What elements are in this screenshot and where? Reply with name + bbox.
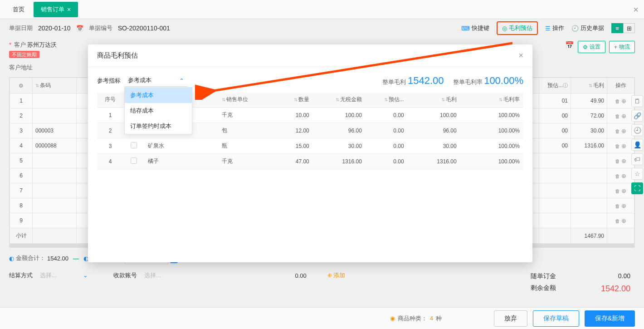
gear-icon [19,83,24,89]
view-list-button[interactable]: ≡ [611,23,623,33]
filter-row: 参考指标 参考成本 ⌄ 参考成本结存成本订单签约时成本 整单毛利 1542.00… [97,74,523,87]
side-note-icon[interactable]: 🗒 [631,95,643,107]
address-label: 客户地址 [9,64,33,72]
date-label: 单据日期 [9,24,33,32]
calendar-icon[interactable]: 📅 [76,25,83,32]
add-link[interactable]: ⊕ 添加 [327,271,346,280]
side-expand-icon[interactable]: ⛶ [631,182,643,194]
side-link-icon[interactable]: 🔗 [631,110,643,122]
delete-icon[interactable] [615,158,620,164]
save-new-button[interactable]: 保存&新增 [585,310,635,327]
view-grid-button[interactable]: ⊞ [623,23,635,33]
row-checkbox[interactable] [131,142,137,148]
shortcut-link[interactable]: ⌨快捷键 [461,24,489,32]
right-summary-box: 随单订金0.00 剩余金额1542.00 [531,270,630,295]
subtotal-label: 小计 [10,228,33,244]
total-profit-value: 1542.00 [408,75,444,86]
settle-label: 结算方式 [9,271,33,280]
dropdown-option[interactable]: 结存成本 [125,103,192,118]
copy-icon[interactable] [621,128,626,134]
chevron-up-icon: ⌄ [179,77,184,84]
customer-value[interactable]: 苏州万达沃 [27,41,57,48]
dropdown-option[interactable]: 参考成本 [125,88,192,103]
recv-amount[interactable]: 0.00 [295,272,306,279]
doc-value: SO-20200110-001 [118,25,170,32]
ops-link[interactable]: ☰操作 [545,24,564,32]
ref-value: 参考成本 [128,76,151,84]
copy-icon[interactable] [621,218,626,224]
keyboard-icon: ⌨ [461,25,470,32]
tab-sales-order[interactable]: 销售订单 × [34,2,78,17]
doc-label: 单据编号 [89,24,112,32]
col-profit[interactable]: 毛利 [571,78,607,93]
copy-icon[interactable] [621,113,626,119]
copy-icon[interactable] [621,173,626,179]
modal-title: 商品毛利预估 [97,51,138,60]
settings-button[interactable]: ⚙设置 [578,41,605,53]
col-profit[interactable]: 毛利 [408,92,460,108]
logistics-button[interactable]: +物流 [609,41,635,53]
delete-icon[interactable] [615,218,620,224]
tab-home[interactable]: 首页 [7,2,30,17]
copy-icon[interactable] [621,188,626,194]
ref-label: 参考指标 [97,77,121,85]
discard-button[interactable]: 放弃 [494,310,527,327]
page-close-icon[interactable]: × [633,5,639,15]
side-tag-icon[interactable]: 🏷 [631,153,643,165]
save-draft-button[interactable]: 保存草稿 [533,310,579,327]
profit-estimate-link[interactable]: ◎毛利预估 [497,21,538,35]
delete-icon[interactable] [615,128,620,134]
side-star-icon[interactable]: ☆ [631,168,643,180]
copy-icon[interactable] [621,143,626,149]
customer-right-buttons: 📅 ⚙设置 +物流 [565,41,635,53]
delete-icon[interactable] [615,203,620,209]
col-idx: 序号 [97,92,123,108]
calendar-icon-right[interactable]: 📅 [565,41,574,53]
col-gear[interactable] [10,78,33,93]
col-estimate[interactable]: 预估... [539,78,571,93]
row-checkbox[interactable] [131,157,137,164]
kinds-count: 4 [430,315,433,322]
side-user-icon[interactable]: 👤 [631,139,643,151]
copy-icon[interactable] [621,98,626,104]
modal-close-icon[interactable]: × [518,51,523,60]
delete-icon[interactable] [615,98,620,104]
remaining-label: 剩余金额 [531,284,556,294]
col-est[interactable]: 预估... [366,92,408,108]
minus-icon: — [73,255,79,262]
customer-label: 客户 [14,41,26,48]
modal-body: 参考指标 参考成本 ⌄ 参考成本结存成本订单签约时成本 整单毛利 1542.00… [88,67,532,177]
header-actions: ⌨快捷键 ◎毛利预估 ☰操作 🕘历史单据 ≡ ⊞ [461,21,635,35]
subtotal-profit: 1467.90 [571,228,607,244]
total-rate-value: 100.00% [484,75,523,86]
recv-select[interactable]: 选择... [144,271,161,280]
col-rate[interactable]: 毛利率 [460,92,523,108]
tab-close-icon[interactable]: × [67,6,71,13]
col-barcode[interactable]: 条码 [33,78,77,93]
delete-icon[interactable] [615,113,620,119]
copy-icon[interactable] [621,158,626,164]
col-amount[interactable]: 无税金额 [313,92,366,108]
delete-icon[interactable] [615,173,620,179]
total-value: 1542.00 [47,255,68,262]
date-value[interactable]: 2020-01-10 [38,25,71,32]
ref-select[interactable]: 参考成本 ⌄ 参考成本结存成本订单签约时成本 [124,74,188,87]
delete-icon[interactable] [615,188,620,194]
dropdown-option[interactable]: 订单签约时成本 [125,118,192,134]
col-ops: 操作 [607,78,634,93]
plus-icon: + [614,44,617,50]
table-row[interactable]: 3矿泉水瓶15.0030.000.0030.00100.00% [97,138,523,154]
side-clock-icon[interactable]: 🕘 [631,124,643,136]
col-unit[interactable]: 销售单位 [218,92,265,108]
history-link[interactable]: 🕘历史单据 [571,24,604,32]
header-row: 单据日期 2020-01-10 📅 单据编号 SO-20200110-001 ⌨… [0,19,644,37]
delete-icon[interactable] [615,143,620,149]
settle-select[interactable]: 选择... ⌄ [40,271,88,280]
footer-bar: ◉ 商品种类： 4 种 放弃 保存草稿 保存&新增 [0,307,644,329]
modal-header: 商品毛利预估 × [88,44,532,67]
copy-icon[interactable] [621,203,626,209]
recv-label: 收款账号 [113,271,137,280]
view-toggle: ≡ ⊞ [611,23,635,33]
table-row[interactable]: 4橘子千克47.001316.000.001316.00100.00% [97,154,523,169]
col-qty[interactable]: 数量 [265,92,312,108]
